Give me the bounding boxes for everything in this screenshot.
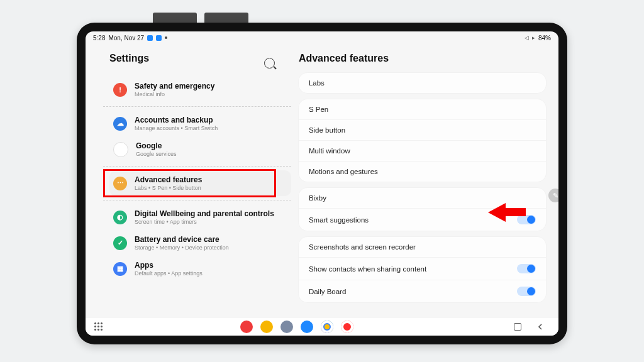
taskbar-chrome-icon[interactable] xyxy=(321,321,333,333)
safety-icon: ! xyxy=(113,83,127,97)
search-icon[interactable] xyxy=(264,58,275,69)
taskbar-flipboard-icon[interactable] xyxy=(240,321,253,333)
settings-card: Labs xyxy=(299,73,546,93)
option-labs[interactable]: Labs xyxy=(299,73,546,93)
divider xyxy=(103,200,291,200)
divider xyxy=(103,106,291,107)
settings-card: S PenSide buttonMulti windowMotions and … xyxy=(299,99,546,182)
settings-item-adv[interactable]: ⋯Advanced featuresLabs • S Pen • Side bu… xyxy=(109,170,291,196)
taskbar-files-icon[interactable] xyxy=(260,321,273,333)
settings-item-google[interactable]: GGoogleGoogle services xyxy=(109,136,291,162)
nav-recents-icon[interactable] xyxy=(491,322,499,331)
accounts-icon: ☁ xyxy=(113,117,127,131)
option-daily-board[interactable]: Daily Board xyxy=(299,280,546,302)
details-pane: Advanced features LabsS PenSide buttonMu… xyxy=(294,44,558,318)
apps-icon: ▦ xyxy=(113,262,127,276)
settings-item-accounts[interactable]: ☁Accounts and backupManage accounts • Sm… xyxy=(109,111,291,136)
status-date: Mon, Nov 27 xyxy=(108,35,144,41)
option-label: S Pen xyxy=(309,106,328,113)
screen: 5:28 Mon, Nov 27 ◁ ▸ 84% Settings xyxy=(86,31,558,336)
battery-icon: ✓ xyxy=(113,236,127,250)
settings-item-label: Safety and emergency xyxy=(135,82,214,90)
option-bixby[interactable]: Bixby xyxy=(299,188,546,208)
settings-item-sub: Screen time • App timers xyxy=(135,219,274,225)
option-label: Bixby xyxy=(309,194,326,202)
status-bar: 5:28 Mon, Nov 27 ◁ ▸ 84% xyxy=(86,31,558,44)
divider xyxy=(103,166,291,167)
battery-percentage: 84% xyxy=(538,35,551,41)
toggle-smart-suggestions[interactable] xyxy=(517,215,536,224)
status-indicator-icon xyxy=(147,35,153,41)
toggle-show-contacts-when-sharing-content[interactable] xyxy=(517,264,536,273)
settings-item-sub: Storage • Memory • Device protection xyxy=(135,244,229,251)
settings-item-sub: Default apps • App settings xyxy=(135,270,203,277)
settings-item-label: Advanced features xyxy=(135,175,202,184)
settings-item-battery[interactable]: ✓Battery and device careStorage • Memory… xyxy=(109,230,291,256)
tablet-frame: 5:28 Mon, Nov 27 ◁ ▸ 84% Settings xyxy=(77,23,567,344)
taskbar xyxy=(86,318,558,336)
nav-back-icon[interactable] xyxy=(536,322,545,331)
option-screenshots-and-screen-recorder[interactable]: Screenshots and screen recorder xyxy=(299,237,546,257)
edit-fab-icon[interactable]: ✎ xyxy=(548,189,558,202)
option-s-pen[interactable]: S Pen xyxy=(299,99,546,119)
settings-item-apps[interactable]: ▦AppsDefault apps • App settings xyxy=(109,256,291,282)
toggle-daily-board[interactable] xyxy=(517,287,536,296)
taskbar-messages-icon[interactable] xyxy=(301,321,313,333)
option-label: Daily Board xyxy=(309,288,346,295)
taskbar-discord-icon[interactable] xyxy=(280,321,293,333)
signal-icon: ▸ xyxy=(532,35,535,41)
settings-item-dw[interactable]: ◐Digital Wellbeing and parental controls… xyxy=(109,204,291,230)
option-label: Side button xyxy=(309,126,345,134)
option-label: Multi window xyxy=(309,147,350,155)
settings-item-sub: Manage accounts • Smart Switch xyxy=(135,125,218,131)
status-more-icon xyxy=(165,36,167,39)
settings-title: Settings xyxy=(109,53,149,64)
details-title: Advanced features xyxy=(299,53,546,64)
status-time: 5:28 xyxy=(93,35,105,41)
settings-item-sub: Medical info xyxy=(135,91,214,97)
option-label: Show contacts when sharing content xyxy=(309,265,426,273)
apps-grid-icon[interactable] xyxy=(94,322,103,331)
option-label: Screenshots and screen recorder xyxy=(309,243,416,251)
dw-icon: ◐ xyxy=(113,211,127,224)
option-side-button[interactable]: Side button xyxy=(299,119,546,140)
option-label: Labs xyxy=(309,79,325,87)
settings-item-label: Battery and device care xyxy=(135,235,229,244)
settings-item-sub: Google services xyxy=(136,151,177,157)
settings-item-safety[interactable]: !Safety and emergencyMedical info xyxy=(109,77,291,102)
option-multi-window[interactable]: Multi window xyxy=(299,140,546,161)
option-smart-suggestions[interactable]: Smart suggestions xyxy=(299,208,546,231)
status-indicator-icon xyxy=(156,35,162,41)
option-motions-and-gestures[interactable]: Motions and gestures xyxy=(299,161,546,182)
settings-card: Screenshots and screen recorderShow cont… xyxy=(299,237,546,302)
option-label: Smart suggestions xyxy=(309,216,369,224)
adv-icon: ⋯ xyxy=(113,177,127,190)
option-label: Motions and gestures xyxy=(309,168,378,175)
nav-home-icon[interactable] xyxy=(513,322,522,331)
settings-item-label: Digital Wellbeing and parental controls xyxy=(135,209,274,218)
wifi-icon: ◁ xyxy=(525,35,529,41)
settings-card: BixbySmart suggestions xyxy=(299,188,546,231)
google-icon: G xyxy=(113,142,128,157)
settings-item-label: Google xyxy=(136,141,177,150)
settings-item-sub: Labs • S Pen • Side button xyxy=(135,185,202,191)
taskbar-camera-icon[interactable] xyxy=(341,321,353,333)
option-show-contacts-when-sharing-content[interactable]: Show contacts when sharing content xyxy=(299,257,546,280)
settings-sidebar: Settings !Safety and emergencyMedical in… xyxy=(86,44,294,318)
settings-item-label: Accounts and backup xyxy=(135,116,218,124)
settings-item-label: Apps xyxy=(135,261,203,270)
